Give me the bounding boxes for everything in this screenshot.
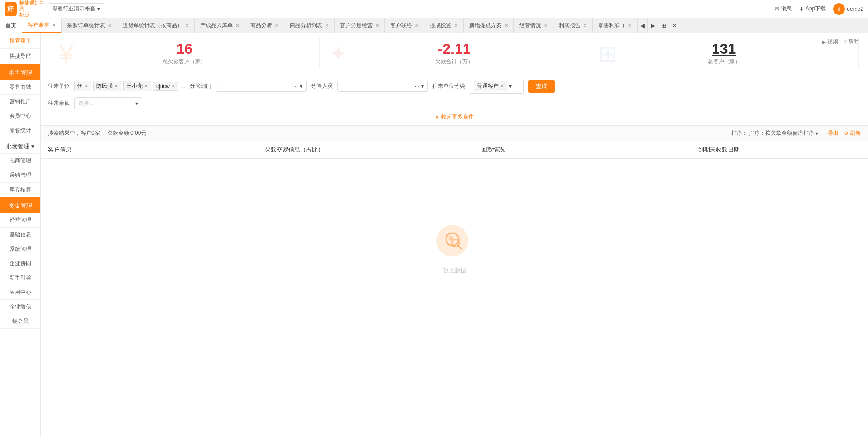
unit-tags-more[interactable]: ... (180, 83, 185, 90)
chevron-down-icon: ▾ (97, 6, 100, 12)
empty-text: 暂无数据 (443, 266, 466, 275)
tag-close-icon[interactable]: ✕ (114, 83, 118, 89)
person-selector[interactable]: ··· ▾ (337, 81, 428, 92)
sidebar-item-marketing[interactable]: 营销推广 (0, 95, 40, 109)
query-button[interactable]: 查询 (528, 80, 555, 93)
sidebar-item-member[interactable]: 会员中心 (0, 109, 40, 124)
message-icon: ✉ (775, 6, 779, 12)
dept-selector[interactable]: ··· ▾ (216, 81, 307, 92)
messages-button[interactable]: ✉ 消息 (775, 5, 792, 13)
collapse-button[interactable]: ∧ 收起更多条件 (435, 113, 474, 121)
video-help-area: ▶ 视频 ? 帮助 (822, 38, 859, 46)
tag-close-icon[interactable]: ✕ (171, 83, 175, 89)
table-area: 客户信息 欠款交易信息（占比） 回款情况 到期未收款日期 (41, 141, 868, 437)
stat-clients-value: 131 (712, 42, 736, 56)
app-download-button[interactable]: ⬇ App下载 (799, 5, 826, 13)
tab-goods-analysis-list[interactable]: 商品分析列表 ✕ (284, 18, 335, 33)
tab-close-icon[interactable]: ✕ (544, 23, 547, 28)
tab-customer-contact[interactable]: 客户联络 ✕ (385, 18, 424, 33)
sidebar-item-member2[interactable]: 畅会员 (0, 314, 40, 329)
tab-menu-button[interactable]: ⊞ (658, 18, 669, 33)
chevron-up-icon: ∧ (435, 114, 439, 120)
logo-area: 好 畅捷通好生意 标版 (5, 0, 44, 18)
tab-close-icon[interactable]: ✕ (275, 23, 278, 28)
stat-total-customers: ¥ 16 总欠款客户（家） (50, 38, 320, 69)
tab-close-icon[interactable]: ✕ (415, 23, 418, 28)
top-header: 好 畅捷通好生意 标版 母婴行业演示帐套 ▾ ✉ 消息 ⬇ App下载 d de… (0, 0, 868, 18)
tab-home[interactable]: 首页 (0, 18, 22, 33)
unit-tag-4: cjttcw ✕ (153, 82, 178, 91)
dept-selector-more: ··· (293, 83, 298, 90)
svg-point-3 (449, 236, 453, 241)
user-avatar[interactable]: d demo2 (833, 3, 863, 15)
refresh-button[interactable]: ↺ 刷新 (844, 129, 861, 137)
sidebar-search[interactable]: 搜索菜单 (0, 33, 40, 49)
unit-tag-1: 伍 ✕ (74, 81, 91, 91)
sidebar-item-ecommerce[interactable]: 电商管理 (0, 154, 40, 168)
tag-close-icon[interactable]: ✕ (84, 83, 88, 89)
tag-close-icon[interactable]: ✕ (500, 83, 504, 89)
video-button[interactable]: ▶ 视频 (822, 38, 838, 46)
balance-selector[interactable]: 选择... ▾ (74, 97, 142, 109)
tab-operations[interactable]: 经营情况 ✕ (514, 18, 553, 33)
unit-tag-2: 陈民强 ✕ (93, 81, 121, 91)
sidebar-item-basic-info[interactable]: 基础信息 (0, 228, 40, 242)
tab-close-icon[interactable]: ✕ (235, 23, 239, 28)
tab-close-icon[interactable]: ✕ (325, 23, 329, 28)
col-arrears-info: 欠款交易信息（占比） (265, 146, 482, 154)
tab-product-in[interactable]: 产成品入库单 ✕ (195, 18, 245, 33)
sidebar-item-new-guide[interactable]: 新手引导 (0, 271, 40, 285)
tab-goods-analysis[interactable]: 商品分析 ✕ (245, 18, 284, 33)
tab-close-icon[interactable]: ✕ (583, 23, 587, 28)
tab-reminder[interactable]: 提成设置 ✕ (424, 18, 464, 33)
sort-button[interactable]: 排序： 排序：按欠款金额倒序排序 ▾ (731, 129, 818, 137)
tab-prev-button[interactable]: ◀ (638, 18, 648, 33)
tab-close-icon[interactable]: ✕ (504, 23, 508, 28)
sidebar: 搜索菜单 快捷导航 零售管理 零售商城 营销推广 会员中心 零售统计 批发管理 … (0, 33, 41, 437)
sidebar-item-purchase[interactable]: 采购管理 (0, 168, 40, 183)
person-selector-more: ··· (415, 83, 419, 90)
sidebar-item-retail-stats[interactable]: 零售统计 (0, 124, 40, 138)
sidebar-item-enterprise-wechat[interactable]: 企业微信 (0, 300, 40, 314)
result-actions: 排序： 排序：按欠款金额倒序排序 ▾ ↑ 导出 ↺ 刷新 (731, 129, 861, 137)
unit-type-selector[interactable]: 普通客户 ✕ ▾ (470, 79, 524, 94)
tab-close-icon[interactable]: ✕ (628, 23, 632, 28)
tab-customer-tier[interactable]: 客户分层经营 ✕ (335, 18, 385, 33)
dept-filter-label: 分管部门 (190, 82, 211, 90)
help-button[interactable]: ? 帮助 (844, 38, 859, 46)
sidebar-item-retail-mall[interactable]: 零售商城 (0, 80, 40, 95)
tab-close-icon[interactable]: ✕ (108, 23, 111, 28)
sidebar-item-system[interactable]: 系统管理 (0, 242, 40, 256)
tab-retail-profit[interactable]: 零售利润（ ✕ (593, 18, 638, 33)
tab-purchase-order[interactable]: 采购订单统计表 ✕ (62, 18, 117, 33)
sidebar-item-inventory[interactable]: 库存核算 (0, 183, 40, 197)
sidebar-quick-nav[interactable]: 快捷导航 (0, 49, 40, 64)
sidebar-item-finance[interactable]: 资金管理 (0, 197, 40, 213)
sidebar-item-retail[interactable]: 零售管理 (0, 64, 40, 80)
sidebar-item-operation[interactable]: 经营管理 (0, 213, 40, 228)
tab-close-icon[interactable]: ✕ (185, 23, 189, 28)
export-button[interactable]: ↑ 导出 (824, 129, 839, 137)
tab-close-all-button[interactable]: ✕ (669, 18, 680, 33)
tab-next-button[interactable]: ▶ (648, 18, 658, 33)
tab-goods-in[interactable]: 进货单统计表（按商品） ✕ (117, 18, 195, 33)
tab-close-icon[interactable]: ✕ (375, 23, 379, 28)
tab-close-icon[interactable]: ✕ (52, 23, 56, 28)
sidebar-item-app-center[interactable]: 应用中心 (0, 285, 40, 300)
col-customer-info: 客户信息 (48, 146, 265, 154)
tab-new-achievement[interactable]: 新增提成方案 ✕ (464, 18, 514, 33)
result-info: 搜索结果中，客户0家 欠款金额 0.00元 (48, 129, 146, 137)
tag-close-icon[interactable]: ✕ (144, 83, 148, 89)
content-area: ¥ 16 总欠款客户（家） ✦ -2.11 欠款合计（万） ⊞ 131 总客户（… (41, 33, 868, 437)
export-icon: ↑ (824, 130, 826, 137)
sidebar-item-enterprise[interactable]: 企业协同 (0, 256, 40, 271)
tab-profit-report[interactable]: 利润报告 ✕ (553, 18, 593, 33)
person-filter-label: 分管人员 (311, 82, 333, 90)
org-selector[interactable]: 母婴行业演示帐套 ▾ (48, 3, 104, 14)
sidebar-item-wholesale[interactable]: 批发管理 ▾ (0, 138, 40, 154)
tab-close-icon[interactable]: ✕ (454, 23, 458, 28)
play-icon: ▶ (822, 39, 826, 45)
chevron-down-icon: ▾ (815, 130, 818, 137)
svg-line-2 (458, 246, 461, 249)
tab-customers[interactable]: 客户账本 ✕ (22, 18, 62, 33)
